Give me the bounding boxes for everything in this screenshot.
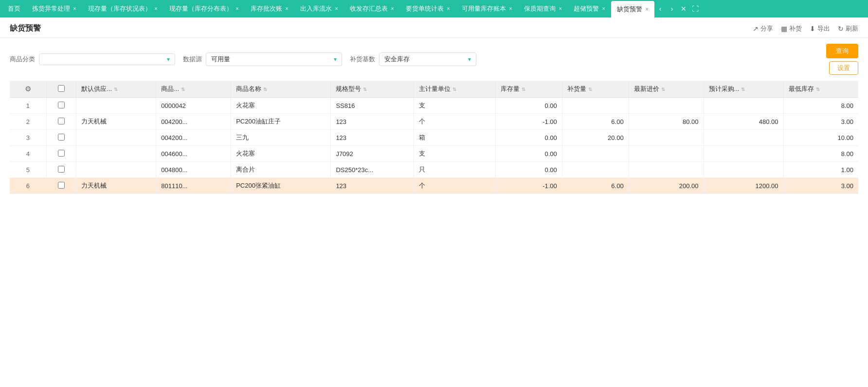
page-title: 缺货预警	[10, 23, 41, 34]
tab-home[interactable]: 首页	[2, 0, 26, 18]
export-action[interactable]: ⬇ 导出	[810, 24, 830, 33]
tab-close-receive-summary[interactable]: ×	[391, 5, 394, 12]
main-content: 缺货预警 ↗ 分享 ▦ 补货 ⬇ 导出 ↻ 刷新 商品分类	[0, 18, 868, 387]
tab-inventory-status[interactable]: 现存量（库存状况表） ×	[82, 0, 163, 18]
cell-latest-price: 200.00	[629, 178, 704, 194]
replenish-icon: ▦	[781, 25, 787, 33]
tab-inventory-dist[interactable]: 现存量（库存分布表） ×	[163, 0, 245, 18]
th-min-stock-sort[interactable]: 最低库存 ⇅	[789, 85, 854, 93]
th-supplier: 默认供应... ⇅	[76, 81, 156, 98]
cell-spec: 123	[331, 178, 414, 194]
th-spec-sort[interactable]: 规格型号 ⇅	[336, 85, 409, 93]
replenish-action[interactable]: ▦ 补货	[781, 24, 802, 33]
filter-category-chevron: ▾	[167, 56, 170, 63]
filter-category-group: 商品分类 ▾	[10, 53, 175, 65]
row-checkbox-0[interactable]	[58, 102, 65, 108]
tab-receive-summary[interactable]: 收发存汇总表 ×	[344, 0, 400, 18]
cell-est-purchase	[704, 130, 783, 146]
cell-spec: 123	[331, 130, 414, 146]
filter-bar: 商品分类 ▾ 数据源 可用量 ▾ 补货基数 安全库存 ▾ 查询 设置	[0, 38, 868, 81]
filter-replenish-basis-select[interactable]: 安全库存 ▾	[379, 53, 476, 66]
cell-supplier	[76, 146, 156, 162]
tab-available-ledger[interactable]: 可用量库存账本 ×	[456, 0, 518, 18]
filter-category-select[interactable]: ▾	[39, 53, 175, 65]
cell-replenish: 6.00	[562, 114, 629, 130]
row-checkbox-3[interactable]	[58, 150, 65, 157]
table-row: 6 力天机械 801110... PC200张紧油缸 123 个 -1.00 6…	[10, 178, 858, 194]
row-checkbox-4[interactable]	[58, 166, 65, 173]
cell-code: 004600...	[156, 146, 231, 162]
gear-icon[interactable]: ⚙	[25, 85, 31, 93]
tab-close-available-ledger[interactable]: ×	[509, 5, 512, 12]
cell-num: 1	[10, 98, 46, 114]
th-replenish-sort[interactable]: 补货量 ⇅	[567, 85, 624, 93]
cell-code: 0000042	[156, 98, 231, 114]
header-actions: ↗ 分享 ▦ 补货 ⬇ 导出 ↻ 刷新	[753, 24, 858, 33]
code-sort-icon: ⇅	[181, 87, 185, 92]
tab-close-inventory-status[interactable]: ×	[154, 5, 158, 12]
select-all-checkbox[interactable]	[58, 85, 65, 92]
filter-datasource-select[interactable]: 可用量 ▾	[206, 53, 342, 66]
filter-datasource-chevron: ▾	[334, 56, 337, 63]
tab-close-shortage[interactable]: ×	[645, 6, 649, 13]
supplier-sort-icon: ⇅	[114, 87, 118, 92]
refresh-action[interactable]: ↻ 刷新	[838, 24, 858, 33]
row-checkbox-1[interactable]	[58, 118, 65, 124]
cell-code: 801110...	[156, 178, 231, 194]
tab-order-stats[interactable]: 要货单统计表 ×	[400, 0, 456, 18]
cell-spec: DS250*23c...	[331, 162, 414, 178]
cell-name: 火花塞	[231, 98, 331, 114]
table-header-row: ⚙ 默认供应... ⇅ 商品... ⇅	[10, 81, 858, 98]
cell-min-stock: 10.00	[783, 130, 858, 146]
th-code-sort[interactable]: 商品... ⇅	[161, 85, 226, 93]
tab-close-overstock[interactable]: ×	[602, 5, 605, 12]
row-checkbox-5[interactable]	[58, 182, 65, 189]
tab-shortage[interactable]: 缺货预警 ×	[611, 1, 654, 18]
cell-replenish	[562, 98, 629, 114]
table-row: 5 004800... 离合片 DS250*23c... 只 0.00 1.00	[10, 162, 858, 178]
th-stock-sort[interactable]: 库存量 ⇅	[501, 85, 557, 93]
tab-nav-fullscreen[interactable]: ⛶	[689, 3, 701, 15]
cell-stock: 0.00	[496, 146, 562, 162]
cell-replenish: 20.00	[562, 130, 629, 146]
tab-close-order-stats[interactable]: ×	[447, 5, 450, 12]
tab-close-expiry-query[interactable]: ×	[559, 5, 562, 12]
spec-sort-icon: ⇅	[363, 87, 367, 92]
tab-nav-prev[interactable]: ‹	[654, 3, 666, 15]
cell-supplier	[76, 162, 156, 178]
tab-expiry-query[interactable]: 保质期查询 ×	[518, 0, 568, 18]
cell-est-purchase: 480.00	[704, 114, 783, 130]
tab-overstock[interactable]: 超储预警 ×	[568, 0, 611, 18]
tab-abnormal[interactable]: 拣货异常处理 ×	[26, 0, 82, 18]
cell-est-purchase	[704, 162, 783, 178]
tab-close-inventory-dist[interactable]: ×	[235, 5, 239, 12]
tab-close-batch-account[interactable]: ×	[285, 5, 289, 12]
tab-close-abnormal[interactable]: ×	[73, 5, 76, 12]
cell-name: 火花塞	[231, 146, 331, 162]
tab-in-out-flow[interactable]: 出入库流水 ×	[294, 0, 344, 18]
th-unit-sort[interactable]: 主计量单位 ⇅	[419, 85, 490, 93]
share-action[interactable]: ↗ 分享	[753, 24, 773, 33]
th-spec: 规格型号 ⇅	[331, 81, 414, 98]
th-supplier-sort[interactable]: 默认供应... ⇅	[81, 85, 151, 93]
cell-code: 004200...	[156, 114, 231, 130]
cell-latest-price	[629, 130, 704, 146]
name-sort-icon: ⇅	[263, 87, 267, 92]
th-est-purchase: 预计采购... ⇅	[704, 81, 783, 98]
th-min-stock: 最低库存 ⇅	[783, 81, 858, 98]
data-table: ⚙ 默认供应... ⇅ 商品... ⇅	[10, 81, 858, 194]
cell-unit: 支	[414, 146, 496, 162]
th-est-purchase-sort[interactable]: 预计采购... ⇅	[709, 85, 778, 93]
settings-button[interactable]: 设置	[829, 61, 858, 75]
tab-close-in-out-flow[interactable]: ×	[335, 5, 338, 12]
cell-checkbox	[46, 98, 76, 114]
query-button[interactable]: 查询	[826, 44, 858, 58]
th-latest-price-sort[interactable]: 最新进价 ⇅	[634, 85, 699, 93]
tab-nav-next[interactable]: ›	[666, 3, 678, 15]
tab-nav-close[interactable]: ✕	[678, 3, 689, 15]
tab-batch-account[interactable]: 库存批次账 ×	[245, 0, 294, 18]
th-name-sort[interactable]: 商品名称 ⇅	[236, 85, 326, 93]
filter-datasource-value: 可用量	[211, 55, 230, 64]
row-checkbox-2[interactable]	[58, 134, 65, 141]
share-icon: ↗	[753, 25, 759, 33]
